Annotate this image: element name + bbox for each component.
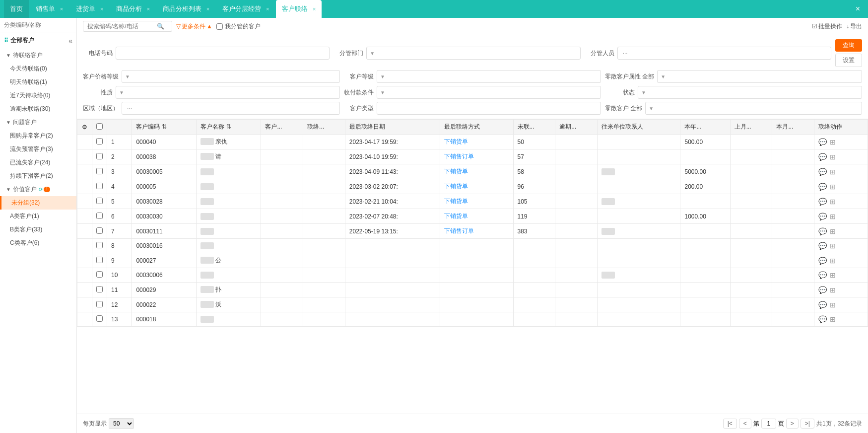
filter-scatter-customer-input[interactable]: ▼ bbox=[645, 102, 862, 115]
th-overdue[interactable]: 逾期... bbox=[555, 120, 598, 135]
sidebar-item-declining[interactable]: 持续下滑客户(2) bbox=[0, 169, 76, 183]
row-checkbox[interactable] bbox=[96, 301, 103, 307]
filter-price-tier-input[interactable]: ▼ bbox=[122, 70, 340, 83]
filter-payment-input[interactable]: ▼ bbox=[377, 86, 601, 99]
my-customers-checkbox[interactable] bbox=[216, 23, 223, 30]
grid-action-icon[interactable]: ⊞ bbox=[830, 301, 836, 309]
chat-icon[interactable]: 💬 bbox=[818, 153, 827, 161]
cell-check[interactable] bbox=[92, 239, 107, 253]
select-all-checkbox[interactable] bbox=[96, 123, 103, 130]
sidebar-item-ungroup[interactable]: 未分组(32) bbox=[0, 196, 76, 210]
th-code[interactable]: 客户编码 ⇅ bbox=[132, 120, 197, 135]
grid-action-icon[interactable]: ⊞ bbox=[830, 242, 836, 250]
chat-icon[interactable]: 💬 bbox=[818, 168, 827, 176]
per-page-select[interactable]: 50 100 200 bbox=[109, 418, 134, 429]
row-checkbox[interactable] bbox=[96, 257, 103, 263]
last-page-button[interactable]: >| bbox=[801, 419, 814, 429]
close-purchase-icon[interactable]: × bbox=[100, 6, 103, 12]
cell-last-method[interactable]: 下销货单 bbox=[440, 164, 513, 179]
chat-icon[interactable]: 💬 bbox=[818, 257, 827, 265]
query-button[interactable]: 查询 bbox=[835, 39, 862, 52]
row-checkbox[interactable] bbox=[96, 271, 103, 278]
th-contact[interactable]: 联络... bbox=[303, 120, 345, 135]
grid-action-icon[interactable]: ⊞ bbox=[830, 213, 836, 220]
grid-action-icon[interactable]: ⊞ bbox=[830, 286, 836, 294]
last-method-link[interactable]: 下销货单 bbox=[444, 183, 468, 190]
th-name[interactable]: 客户名称 ⇅ bbox=[197, 120, 261, 135]
last-method-link[interactable]: 下销货单 bbox=[444, 138, 468, 145]
cell-check[interactable] bbox=[92, 149, 107, 164]
filter-manager-input[interactable]: ··· bbox=[617, 47, 831, 60]
all-customers-header[interactable]: ⠿ 全部客户 « bbox=[0, 32, 76, 49]
cell-check[interactable] bbox=[92, 253, 107, 268]
cell-last-method[interactable] bbox=[440, 268, 513, 283]
th-last-method[interactable]: 最后联络方式 bbox=[440, 120, 513, 135]
filter-phone-input[interactable] bbox=[116, 47, 330, 60]
filter-dept-input[interactable]: ▼ bbox=[366, 47, 580, 60]
filter-nature-input[interactable]: ▼ bbox=[116, 86, 340, 99]
reset-button[interactable]: 设置 bbox=[835, 54, 862, 67]
nav-customer-tier[interactable]: 客户分层经营 × bbox=[216, 0, 275, 18]
filter-search-input[interactable] bbox=[87, 23, 157, 30]
th-this-month[interactable]: 本月... bbox=[772, 120, 814, 135]
window-close-button[interactable]: × bbox=[852, 4, 864, 13]
cell-last-method[interactable] bbox=[440, 297, 513, 312]
last-method-link[interactable]: 下销货单 bbox=[444, 198, 468, 205]
chat-icon[interactable]: 💬 bbox=[818, 301, 827, 309]
cell-last-method[interactable] bbox=[440, 283, 513, 297]
row-checkbox[interactable] bbox=[96, 242, 103, 248]
cell-last-method[interactable]: 下销货单 bbox=[440, 135, 513, 149]
row-checkbox[interactable] bbox=[96, 227, 103, 234]
filter-scatter-attr-input[interactable]: ▼ bbox=[657, 70, 862, 83]
cell-check[interactable] bbox=[92, 297, 107, 312]
cell-last-method[interactable] bbox=[440, 253, 513, 268]
chat-icon[interactable]: 💬 bbox=[818, 271, 827, 279]
close-contact-icon[interactable]: × bbox=[313, 6, 316, 12]
row-checkbox[interactable] bbox=[96, 315, 103, 322]
filter-search-icon[interactable]: 🔍 bbox=[157, 23, 164, 30]
chat-icon[interactable]: 💬 bbox=[818, 213, 827, 220]
sidebar-group-problem[interactable]: ▼ 问题客户 bbox=[0, 116, 76, 129]
row-checkbox[interactable] bbox=[96, 153, 103, 159]
nav-customer-contact[interactable]: 客户联络 × bbox=[276, 0, 322, 18]
th-contacts[interactable]: 往来单位联系人 bbox=[597, 120, 680, 135]
sidebar-item-churned[interactable]: 已流失客户(24) bbox=[0, 156, 76, 169]
th-not-contacted[interactable]: 未联... bbox=[513, 120, 555, 135]
filter-more-conditions[interactable]: ▽ 更多条件 ▲ bbox=[176, 22, 212, 31]
close-tier-icon[interactable]: × bbox=[266, 6, 269, 12]
cell-check[interactable] bbox=[92, 312, 107, 327]
cell-check[interactable] bbox=[92, 209, 107, 224]
cell-check[interactable] bbox=[92, 179, 107, 194]
collapse-icon[interactable]: « bbox=[68, 37, 72, 45]
row-checkbox[interactable] bbox=[96, 168, 103, 174]
sidebar-item-type-b[interactable]: B类客户(33) bbox=[0, 223, 76, 236]
nav-home[interactable]: 首页 bbox=[4, 0, 29, 18]
sidebar-item-today[interactable]: 今天待联络(0) bbox=[0, 62, 76, 75]
sidebar-item-type-a[interactable]: A类客户(1) bbox=[0, 210, 76, 223]
sidebar-item-7days[interactable]: 近7天待联络(0) bbox=[0, 89, 76, 102]
my-customers-filter[interactable]: 我分管的客户 bbox=[216, 22, 261, 31]
export-button[interactable]: ↓ 导出 bbox=[846, 22, 862, 31]
filter-region-input[interactable]: ··· bbox=[122, 102, 340, 115]
row-checkbox[interactable] bbox=[96, 286, 103, 292]
filter-customer-tier-input[interactable]: ▼ bbox=[377, 70, 601, 83]
close-analysis-list-icon[interactable]: × bbox=[206, 6, 209, 12]
cell-check[interactable] bbox=[92, 283, 107, 297]
last-method-link[interactable]: 下销货单 bbox=[444, 213, 468, 219]
row-checkbox[interactable] bbox=[96, 183, 103, 189]
close-analysis-icon[interactable]: × bbox=[147, 6, 150, 12]
prev-page-button[interactable]: < bbox=[739, 419, 751, 429]
sidebar-group-waiting[interactable]: ▼ 待联络客户 bbox=[0, 49, 76, 62]
last-method-link[interactable]: 下销货单 bbox=[444, 168, 468, 175]
th-last-month[interactable]: 上月... bbox=[730, 120, 772, 135]
th-last-date[interactable]: 最后联络日期 bbox=[345, 120, 440, 135]
row-checkbox[interactable] bbox=[96, 138, 103, 144]
th-type[interactable]: 客户... bbox=[261, 120, 303, 135]
last-method-link[interactable]: 下销售订单 bbox=[444, 227, 474, 234]
sidebar-item-churn-warn[interactable]: 流失预警客户(3) bbox=[0, 143, 76, 156]
page-number-input[interactable] bbox=[761, 419, 776, 429]
grid-action-icon[interactable]: ⊞ bbox=[830, 315, 836, 323]
cell-last-method[interactable]: 下销货单 bbox=[440, 209, 513, 224]
first-page-button[interactable]: |< bbox=[723, 419, 737, 429]
cell-last-method[interactable]: 下销货单 bbox=[440, 194, 513, 209]
